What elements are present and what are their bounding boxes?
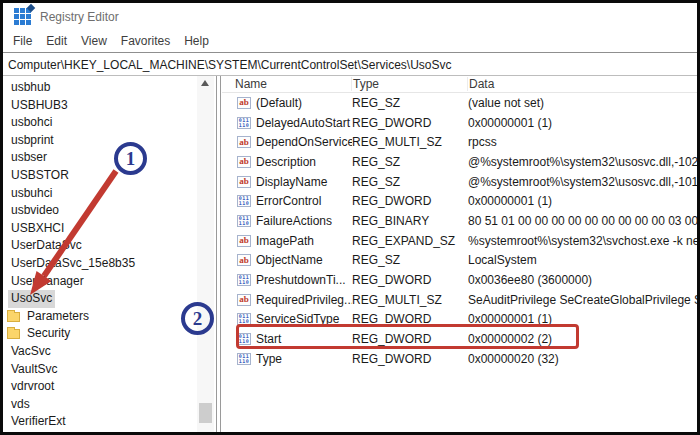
tree-item-vaultsvc[interactable]: VaultSvc [3,361,197,379]
tree-scrollbar[interactable] [197,76,214,432]
pane-splitter[interactable] [216,76,217,432]
tree-item-label: UserDataSvc_15e8b35 [8,255,138,273]
value-name: DelayedAutoStart [256,116,350,130]
value-name: ErrorControl [256,194,321,208]
tree-item-label: VacSvc [8,343,54,361]
string-value-icon: ab [237,97,251,109]
value-row-requiredprivileg-[interactable]: abRequiredPrivileg...REG_MULTI_SZSeAudit… [222,290,697,310]
value-row--default-[interactable]: ab(Default)REG_SZ(value not set) [222,93,697,113]
value-name: RequiredPrivileg... [256,293,352,307]
tree-item-label: UserManager [8,273,87,291]
tree-item-vdrvroot[interactable]: vdrvroot [3,378,197,396]
dword-value-icon: 011110 [237,195,251,207]
dword-value-icon: 011110 [237,274,251,286]
step-1-label: 1 [126,148,136,170]
tree-item-usbstor[interactable]: USBSTOR [3,167,197,185]
step-2-label: 2 [193,308,203,330]
tree-item-label: usbuhci [8,185,55,203]
menu-edit[interactable]: Edit [39,34,74,48]
value-row-delayedautostart[interactable]: 011110DelayedAutoStartREG_DWORD0x0000000… [222,113,697,133]
column-header-type[interactable]: Type [352,77,468,91]
tree-item-userdatasvc_15e8b35[interactable]: UserDataSvc_15e8b35 [3,255,197,273]
tree-item-userdatasvc[interactable]: UserDataSvc [3,237,197,255]
tree-item-vds[interactable]: vds [3,396,197,414]
tree-item-label: vdrvroot [8,378,57,396]
value-row-preshutdownti-[interactable]: 011110PreshutdownTi...REG_DWORD0x0036ee8… [222,270,697,290]
value-name: PreshutdownTi... [256,273,346,287]
value-row-dependonservice[interactable]: abDependOnServiceREG_MULTI_SZrpcss [222,132,697,152]
tree-item-label: usbser [8,149,50,167]
registry-editor-app-icon [14,8,31,25]
tree-item-label: USBHUB3 [8,97,71,115]
tree-item-usbser[interactable]: usbser [3,149,197,167]
menu-view[interactable]: View [74,34,114,48]
value-type: REG_DWORD [352,332,468,346]
value-name: Description [256,155,316,169]
tree-item-label: usbhub [8,79,53,97]
value-data: @%systemroot%\system32\usosvc.dll,-102 [468,155,697,169]
tree-item-usbprint[interactable]: usbprint [3,132,197,150]
registry-editor-window: Registry Editor FileEditViewFavoritesHel… [0,0,700,435]
tree-item-usbuhci[interactable]: usbuhci [3,185,197,203]
tree-item-usermanager[interactable]: UserManager [3,273,197,291]
value-name: DependOnService [256,135,352,149]
column-header-name[interactable]: Name [222,77,352,91]
tree-item-parameters[interactable]: Parameters [3,308,197,326]
value-data: (value not set) [468,96,697,110]
tree-item-usbxhci[interactable]: USBXHCI [3,220,197,238]
value-name: Type [256,352,282,366]
binary-digits: 110 [239,123,250,128]
value-type: REG_DWORD [352,194,468,208]
address-bar[interactable]: Computer\HKEY_LOCAL_MACHINE\SYSTEM\Curre… [3,54,697,76]
tree-item-usbhub3[interactable]: USBHUB3 [3,97,197,115]
value-data: %systemroot%\system32\svchost.exe -k net [468,234,697,248]
value-name: (Default) [256,96,302,110]
step-1-badge: 1 [114,142,147,175]
value-row-start[interactable]: 011110StartREG_DWORD0x00000002 (2) [222,329,697,349]
binary-digits: 110 [239,201,250,206]
value-row-errorcontrol[interactable]: 011110ErrorControlREG_DWORD0x00000001 (1… [222,191,697,211]
value-name: FailureActions [256,214,332,228]
tree-item-vacsvc[interactable]: VacSvc [3,343,197,361]
value-data: rpcss [468,135,697,149]
tree-item-label: Parameters [24,308,92,326]
value-type: REG_DWORD [352,312,468,326]
tree-item-label: VerifierExt [8,413,69,431]
tree-item-usosvc[interactable]: UsoSvc [3,290,197,308]
tree-item-verifierext[interactable]: VerifierExt [3,413,197,431]
tree-item-label: USBXHCI [8,220,67,238]
tree-item-label: USBSTOR [8,167,72,185]
tree-item-usbhub[interactable]: usbhub [3,79,197,97]
value-data: 0x00000002 (2) [468,332,697,346]
tree-item-label: Security [24,325,73,343]
menu-favorites[interactable]: Favorites [114,34,177,48]
value-data: LocalSystem [468,253,697,267]
folder-icon [7,329,20,339]
value-type: REG_SZ [352,253,468,267]
value-row-failureactions[interactable]: 011110FailureActionsREG_BINARY80 51 01 0… [222,211,697,231]
tree-item-security[interactable]: Security [3,325,197,343]
menu-help[interactable]: Help [177,34,216,48]
values-list: Name Type Data ab(Default)REG_SZ(value n… [222,76,697,432]
value-row-objectname[interactable]: abObjectNameREG_SZLocalSystem [222,251,697,271]
value-row-type[interactable]: 011110TypeREG_DWORD0x00000020 (32) [222,349,697,369]
tree-item-usbvideo[interactable]: usbvideo [3,202,197,220]
binary-digits: 110 [239,280,250,285]
value-type: REG_SZ [352,175,468,189]
value-type: REG_SZ [352,96,468,110]
scroll-up-icon[interactable] [201,80,209,86]
tree-item-label: UserDataSvc [8,237,85,255]
value-row-servicesidtype[interactable]: 011110ServiceSidTypeREG_DWORD0x00000001 … [222,310,697,330]
value-row-displayname[interactable]: abDisplayNameREG_SZ@%systemroot%\system3… [222,172,697,192]
tree-item-label: usbvideo [8,202,62,220]
value-row-imagepath[interactable]: abImagePathREG_EXPAND_SZ%systemroot%\sys… [222,231,697,251]
dword-value-icon: 011110 [237,313,251,325]
scrollbar-thumb[interactable] [199,403,212,423]
value-data: 0x00000001 (1) [468,194,697,208]
menu-file[interactable]: File [6,34,39,48]
dword-value-icon: 011110 [237,353,251,365]
title-bar: Registry Editor [3,3,697,30]
value-row-description[interactable]: abDescriptionREG_SZ@%systemroot%\system3… [222,152,697,172]
column-header-data[interactable]: Data [468,77,697,91]
tree-item-usbohci[interactable]: usbohci [3,114,197,132]
